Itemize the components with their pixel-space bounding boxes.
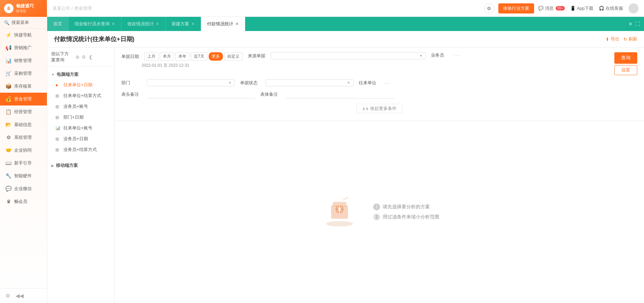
system-label: 系统管理: [14, 134, 32, 141]
scheme-item-staff-settle[interactable]: ▦ 业务员+结算方式: [47, 144, 114, 155]
receivables-tab-close[interactable]: ✕: [156, 22, 159, 26]
scheme-item-partner-date[interactable]: ● 往来单位+日期: [47, 80, 114, 90]
new-scheme-tab-label: 新建方案: [172, 21, 189, 27]
export-label: 导出: [611, 36, 619, 42]
partner-label: 往来单位: [359, 80, 379, 86]
sidebar-item-guide[interactable]: 📖 新手引导: [0, 157, 47, 170]
right-panel: 单据日期 上月 本月 本年 近7天 更多 自定义 2022: [115, 48, 644, 303]
basic-label: 基础信息: [14, 122, 32, 128]
last-7-days-btn[interactable]: 近7天: [191, 52, 207, 61]
payments-tab-label: 付款情况统计: [207, 21, 233, 27]
sidebar-item-purchase[interactable]: 🛒 采购管理: [0, 67, 47, 80]
scheme-item-staff-account[interactable]: ▦ 业务员+账号: [47, 101, 114, 112]
scheme-table2-icon: ▦: [55, 104, 61, 109]
export-icon: ⬆: [606, 37, 609, 42]
main-content: 某某公司 / 资金管理 ⚙ 体验行业方案 💬 消息 99+ 📱 App下载 🎧 …: [47, 0, 644, 303]
app-download-icon: 📱: [570, 6, 576, 11]
payments-tab-close[interactable]: ✕: [235, 22, 239, 26]
this-month-btn[interactable]: 本月: [160, 52, 174, 61]
sidebar-item-hardware[interactable]: 🔧 智能硬件: [0, 170, 47, 182]
online-service-label: 在线客服: [606, 5, 623, 11]
scheme-chart-icon: 📊: [55, 126, 61, 130]
settings-bottom-icon[interactable]: ⚙: [5, 293, 10, 299]
basic-icon: 📂: [5, 122, 11, 128]
staff-dots[interactable]: ···: [454, 53, 460, 58]
tab-bank[interactable]: 现金银行流水查询 ✕: [68, 17, 121, 31]
bank-tab-close[interactable]: ✕: [112, 22, 115, 26]
tab-payments[interactable]: 付款情况统计 ✕: [201, 17, 245, 31]
search-icon: 🔍: [4, 20, 9, 25]
app-download-action[interactable]: 📱 App下载: [570, 5, 593, 11]
scheme-staff-account-label: 业务员+账号: [63, 103, 88, 110]
settings-button[interactable]: ⚙: [484, 3, 494, 13]
scheme-staff-date-label: 业务员+日期: [63, 136, 88, 142]
sidebar-item-system[interactable]: ⚙ 系统管理: [0, 131, 47, 144]
body-note-input[interactable]: [286, 90, 394, 98]
mobile-group-header[interactable]: ▶ 移动端方案: [47, 160, 114, 171]
message-badge: 99+: [556, 6, 565, 10]
topbar-actions: 💬 消息 99+ 📱 App下载 🎧 在线客服: [538, 3, 639, 13]
scheme-active-icon: ●: [55, 82, 61, 88]
desktop-group-header[interactable]: ▼ 电脑端方案: [47, 69, 114, 80]
custom-date-btn[interactable]: 自定义: [224, 52, 242, 61]
collapse-sidebar-icon[interactable]: ◀◀: [16, 293, 24, 299]
query-button[interactable]: 查询: [614, 52, 637, 64]
sidebar-item-marketing[interactable]: 📢 营销推广: [0, 41, 47, 54]
scheme-partner-date-label: 往来单位+日期: [63, 82, 92, 88]
user-avatar[interactable]: [628, 3, 639, 13]
sidebar-item-finance[interactable]: 💰 资金管理: [0, 93, 47, 105]
close-all-tabs-icon[interactable]: ✕: [628, 21, 633, 27]
source-select[interactable]: ▼: [271, 52, 426, 59]
tab-receivables[interactable]: 收款情况统计 ✕: [121, 17, 166, 31]
refresh-action[interactable]: ↻ 刷新: [623, 36, 637, 42]
sidebar-item-vip[interactable]: ♛ 畅会员: [0, 195, 47, 208]
hardware-icon: 🔧: [5, 173, 11, 179]
last-month-btn[interactable]: 上月: [144, 52, 158, 61]
inventory-label: 库存核算: [14, 83, 32, 89]
partner-dots[interactable]: ···: [384, 80, 390, 86]
svg-point-0: [326, 221, 353, 226]
filter-settings-button[interactable]: 设置: [614, 65, 637, 75]
sidebar-item-basic[interactable]: 📂 基础信息: [0, 118, 47, 131]
scheme-dept-date-label: 部门+日期: [63, 114, 84, 120]
export-action[interactable]: ⬆ 导出: [606, 36, 619, 42]
message-action[interactable]: 💬 消息 99+: [538, 5, 565, 11]
scheme-table4-icon: ▦: [55, 137, 61, 141]
tab-new-scheme[interactable]: 新建方案 ✕: [166, 17, 201, 31]
scheme-item-partner-settle[interactable]: ▦ 往来单位+结算方式: [47, 90, 114, 101]
sidebar-item-inventory[interactable]: 📦 库存核算: [0, 80, 47, 93]
sidebar-item-wechat[interactable]: 💬 企业微信: [0, 182, 47, 195]
guide-icon: 📖: [5, 160, 11, 166]
maximize-icon[interactable]: ⛶: [635, 21, 640, 27]
dept-select[interactable]: ▼: [147, 79, 235, 86]
more-date-btn[interactable]: 更多: [209, 52, 223, 61]
new-scheme-tab-close[interactable]: ✕: [191, 22, 195, 26]
enterprise-label: 企业协同: [14, 147, 32, 153]
search-menu[interactable]: 🔍 搜索菜单: [0, 17, 47, 29]
collapse-more-section: ∧∧ 收起更多条件: [121, 101, 637, 116]
online-service-action[interactable]: 🎧 在线客服: [599, 5, 623, 11]
collapse-more-button[interactable]: ∧∧ 收起更多条件: [356, 104, 402, 113]
scheme-partner-account-label: 往来单位+账号: [63, 125, 92, 131]
sidebar-item-sales[interactable]: 📊 销售管理: [0, 54, 47, 67]
sidebar-item-shortcuts[interactable]: ⚡ 快捷导航: [0, 29, 47, 41]
logo-badge: 标准版: [16, 9, 34, 13]
scheme-settings-icon[interactable]: ⚙: [82, 54, 86, 60]
collapse-left-panel-icon[interactable]: ❮: [89, 54, 110, 60]
header-note-input[interactable]: [147, 90, 255, 98]
hardware-label: 智能硬件: [14, 173, 32, 179]
shortcuts-icon: ⚡: [5, 32, 11, 38]
doc-status-select[interactable]: ▼: [266, 79, 353, 86]
scheme-item-dept-date[interactable]: ▦ 部门+日期: [47, 112, 114, 123]
tab-home[interactable]: 首页: [47, 17, 68, 31]
finance-icon: 💰: [5, 96, 11, 102]
add-scheme-icon[interactable]: ⊕: [76, 54, 80, 60]
scheme-item-staff-date[interactable]: ▦ 业务员+日期: [47, 133, 114, 144]
this-year-btn[interactable]: 本年: [175, 52, 189, 61]
sidebar-item-operations[interactable]: 📋 经营管理: [0, 105, 47, 118]
sidebar-item-enterprise[interactable]: 🤝 企业协同: [0, 144, 47, 157]
operations-label: 经营管理: [14, 109, 32, 115]
doc-status-arrow: ▼: [347, 81, 350, 85]
scheme-item-partner-account[interactable]: 📊 往来单位+账号: [47, 123, 114, 133]
trial-scheme-button[interactable]: 体验行业方案: [498, 3, 534, 13]
